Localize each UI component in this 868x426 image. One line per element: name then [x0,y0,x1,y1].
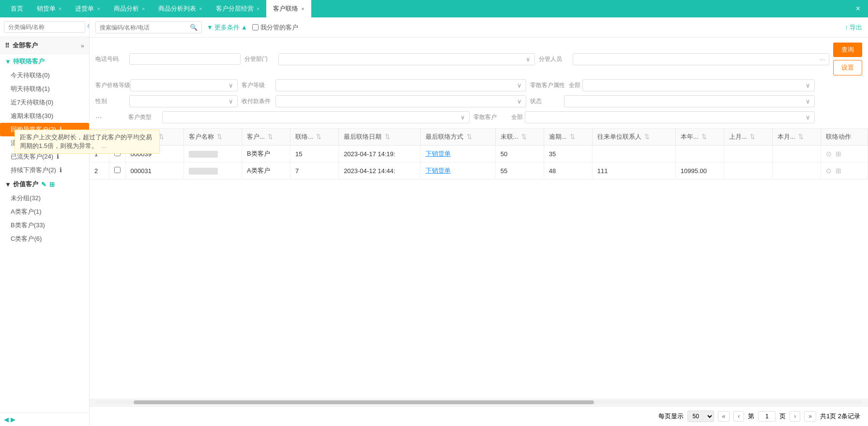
sidebar-group-waiting[interactable]: ▼ 待联络客户 [0,54,89,69]
next-page-button[interactable]: › [790,411,800,422]
sidebar-bottom-arrow[interactable]: ◀ ▶ [0,412,89,426]
th-overdue[interactable]: 逾期... ⇅ [544,129,592,146]
row-contact-count: 15 [290,146,339,162]
close-icon[interactable]: × [59,6,61,12]
price-level-select[interactable]: ∨ [130,79,238,91]
row-checkbox[interactable] [109,162,125,179]
filter-manager: 分管人员 ··· [539,53,829,65]
sidebar-search-input[interactable] [4,21,85,33]
dept-select[interactable]: ∨ [278,53,535,65]
sort-icon: ⇅ [570,133,575,140]
add-icon[interactable]: ⊞ [49,181,55,188]
gender-select[interactable]: ∨ [129,95,238,107]
filter-row-3: 性别 ∨ 收付款条件 ∨ 状态 [95,95,862,107]
sidebar-item-7days[interactable]: 近7天待联络(0) [0,96,89,109]
th-cust-type[interactable]: 客户... ⇅ [242,129,290,146]
close-icon[interactable]: × [142,6,145,12]
row-contacts [592,146,675,162]
th-uncontact[interactable]: 未联... ⇅ [495,129,544,146]
search-icon[interactable]: 🔍 [190,24,198,31]
nav-purchase[interactable]: 进货单 × [68,0,107,17]
nav-customer-contact[interactable]: 客户联络 × [266,0,311,17]
collapse-icon[interactable]: » [81,42,84,49]
sidebar-group-value[interactable]: ▼ 价值客户 ✎ ⊞ [0,177,89,191]
set-button[interactable]: 设置 [833,60,862,75]
edit-icon[interactable]: ✎ [41,181,46,188]
close-icon[interactable]: × [301,6,304,12]
sidebar-item-c-class[interactable]: C类客户(6) [0,232,89,246]
per-page-select[interactable]: 50 20 100 [687,411,714,422]
close-icon[interactable]: × [199,6,202,12]
query-button[interactable]: 查询 [833,43,862,57]
nav-product-analysis[interactable]: 商品分析 × [107,0,152,17]
page-number-input[interactable] [758,411,776,422]
row-select-checkbox[interactable] [114,167,121,173]
th-contacts[interactable]: 往来单位联系人 ⇅ [592,129,675,146]
window-close-button[interactable]: × [852,4,864,13]
nav-home[interactable]: 首页 [4,0,30,17]
cust-level-select[interactable]: ∨ [275,79,526,91]
th-last-method[interactable]: 最后联络方式 ⇅ [420,129,495,146]
retail-attr-select[interactable]: ∨ [582,79,815,91]
status-select[interactable]: ∨ [564,95,815,107]
info-icon: ℹ [60,166,62,174]
horizontal-scrollbar[interactable] [95,400,862,404]
last-method-link[interactable]: 下销货单 [426,167,451,174]
filter-search-box[interactable]: 🔍 [95,21,202,33]
prev-page-button[interactable]: ‹ [733,411,744,422]
sidebar-item-b-class[interactable]: B类客户(33) [0,219,89,232]
grid-icon: ⠿ [5,42,10,49]
chevron-down-icon: ∨ [228,82,233,89]
th-this-month[interactable]: 本月... ⇅ [772,129,821,146]
th-contact-count[interactable]: 联络... ⇅ [290,129,339,146]
sidebar-item-tomorrow[interactable]: 明天待联络(1) [0,82,89,96]
first-page-button[interactable]: « [718,411,730,422]
cust-type-select[interactable]: ∨ [162,111,470,123]
grid-action-icon[interactable]: ⊞ [836,150,841,158]
row-year-amount [675,146,724,162]
nav-sales[interactable]: 销货单 × [30,0,68,17]
sidebar-item-declining[interactable]: 持续下滑客户(2) ℹ [0,163,89,177]
row-name [183,146,242,162]
filter-search-input[interactable] [100,24,188,31]
filter-icon: ▼ [207,24,213,31]
phone-input[interactable] [129,53,241,65]
th-name[interactable]: 客户名称 ⇅ [183,129,242,146]
my-customers-check[interactable] [252,24,259,30]
row-last-method[interactable]: 下销货单 [420,162,495,179]
link-action-icon[interactable]: ⊙ [826,167,832,175]
sidebar-all-customers-header[interactable]: ⠿ 全部客户 » [0,37,89,54]
sort-icon: ⇅ [385,133,390,140]
payment-select[interactable]: ∨ [275,95,526,107]
sidebar-item-today[interactable]: 今天待联络(0) [0,69,89,82]
nav-product-list[interactable]: 商品分析列表 × [152,0,209,17]
th-last-date[interactable]: 最后联络日期 ⇅ [339,129,421,146]
close-icon[interactable]: × [97,6,100,12]
sort-icon: ⇅ [701,133,707,140]
manager-select[interactable]: ··· [573,53,829,65]
sidebar-item-a-class[interactable]: A类客户(1) [0,205,89,219]
retail-cust-select[interactable]: ∨ [525,111,815,123]
close-icon[interactable]: × [257,6,259,12]
last-method-link[interactable]: 下销货单 [426,150,451,157]
my-customers-checkbox[interactable]: 我分管的客户 [252,23,298,32]
link-action-icon[interactable]: ⊙ [826,150,832,158]
more-conditions-button[interactable]: ▼ 更多条件 ▲ [207,23,247,32]
scroll-thumb[interactable] [134,400,594,404]
export-button[interactable]: ↑ 导出 [845,23,863,32]
sort-icon: ⇅ [521,133,527,140]
filter-actions: 查询 设置 [833,43,862,75]
th-last-month[interactable]: 上月... ⇅ [724,129,772,146]
chevron-down-icon: ∨ [517,82,522,89]
sidebar-item-ungrouped[interactable]: 未分组(32) [0,191,89,205]
sidebar-item-overdue[interactable]: 逾期未联络(30) [0,109,89,123]
grid-action-icon[interactable]: ⊞ [836,167,841,175]
row-last-method[interactable]: 下销货单 [420,146,495,162]
th-year-amount[interactable]: 本年... ⇅ [675,129,724,146]
th-action: 联络动作 [821,129,868,146]
page-suffix: 页 [779,412,786,421]
last-page-button[interactable]: » [804,411,816,422]
filter-status: 状态 ∨ [530,95,815,107]
row-this-month [772,146,821,162]
nav-customer-tier[interactable]: 客户分层经营 × [209,0,266,17]
